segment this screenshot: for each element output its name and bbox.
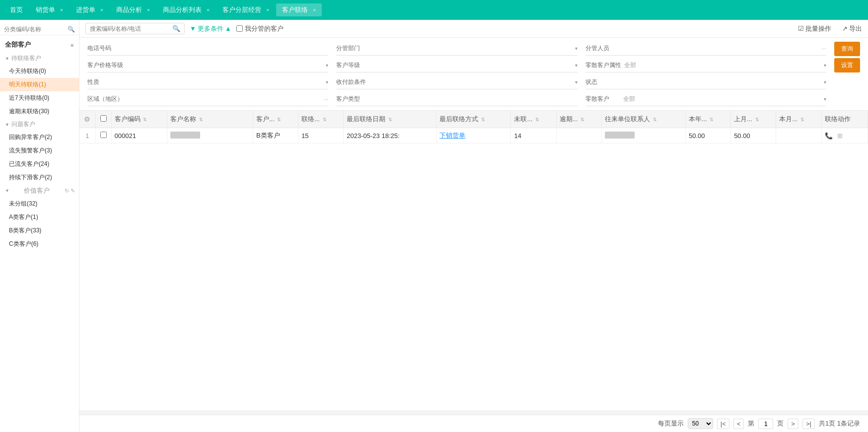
sidebar-churn-warning[interactable]: 流失预警客户(3) xyxy=(0,144,79,157)
th-action-label: 联络动作 xyxy=(825,115,851,123)
sort-this-month-icon[interactable]: ⇅ xyxy=(800,117,804,122)
dept-arrow-icon[interactable]: ▾ xyxy=(575,46,578,51)
filter-customer-type: 客户类型 xyxy=(336,92,577,106)
nav-product-analysis-list[interactable]: 商品分析列表 × xyxy=(157,3,216,16)
page-input[interactable] xyxy=(758,419,773,429)
sidebar-search-icon[interactable]: 🔍 xyxy=(68,26,75,33)
th-last-method: 最后联络方式 ⇅ xyxy=(436,111,511,128)
sidebar-class-c[interactable]: C类客户(6) xyxy=(0,237,79,251)
sort-method-icon[interactable]: ⇅ xyxy=(481,117,485,122)
close-customer-tier-icon[interactable]: × xyxy=(266,7,269,13)
nav-home[interactable]: 首页 xyxy=(4,3,29,16)
table-area: ⚙ 客户编码 ⇅ 客户名称 ⇅ xyxy=(79,111,868,411)
customer-level-arrow-icon[interactable]: ▾ xyxy=(575,63,578,68)
prev-page-btn[interactable]: < xyxy=(733,419,744,429)
td-this-year: 50.00 xyxy=(685,128,730,144)
sort-name-icon[interactable]: ⇅ xyxy=(199,117,203,122)
th-customer-type: 客户... ⇅ xyxy=(253,111,298,128)
next-page-btn[interactable]: > xyxy=(788,419,798,429)
th-contact-person-label: 往来单位联系人 xyxy=(605,115,650,123)
sidebar-declining[interactable]: 持续下滑客户(2) xyxy=(0,171,79,184)
nav-customer-tier[interactable]: 客户分层经营 × xyxy=(217,3,275,16)
value-group-icons[interactable]: ↻ ✎ xyxy=(65,188,75,194)
th-overdue-label: 逾期... xyxy=(560,115,578,123)
sort-overdue-icon[interactable]: ⇅ xyxy=(580,117,584,122)
main-search-input[interactable] xyxy=(90,25,170,32)
page-label: 第 xyxy=(748,419,754,428)
sidebar-overdue-contact[interactable]: 逾期未联络(30) xyxy=(0,105,79,118)
sort-contact-icon[interactable]: ⇅ xyxy=(323,117,327,122)
th-last-month: 上月... ⇅ xyxy=(731,111,776,128)
close-product-list-icon[interactable]: × xyxy=(207,7,210,13)
sort-code-icon[interactable]: ⇅ xyxy=(143,117,147,122)
set-button[interactable]: 设置 xyxy=(834,58,860,72)
sidebar-today-contact[interactable]: 今天待联络(0) xyxy=(0,65,79,78)
sidebar-search-input[interactable] xyxy=(4,26,68,33)
page-size-select[interactable]: 50 10 20 100 xyxy=(688,418,713,429)
action-more-icon[interactable]: ⊞ xyxy=(837,132,843,140)
sort-year-icon[interactable]: ⇅ xyxy=(710,117,714,122)
td-last-method: 下销货单 xyxy=(436,128,511,144)
sidebar-class-a[interactable]: A类客户(1) xyxy=(0,211,79,224)
nav-product-analysis[interactable]: 商品分析 × xyxy=(110,3,156,16)
retail-attr-arrow-icon[interactable]: ▾ xyxy=(824,63,826,68)
manager-more-icon[interactable]: ··· xyxy=(822,46,826,52)
sidebar-all-customers[interactable]: 全部客户 « xyxy=(0,37,79,52)
last-method-link[interactable]: 下销货单 xyxy=(439,132,465,139)
sidebar-tomorrow-contact[interactable]: 明天待联络(1) xyxy=(0,78,79,91)
sidebar-class-b[interactable]: B类客户(33) xyxy=(0,224,79,237)
sidebar-churned[interactable]: 已流失客户(24) xyxy=(0,157,79,171)
sort-person-icon[interactable]: ⇅ xyxy=(653,117,657,122)
td-code: 000021 xyxy=(111,128,167,144)
customer-name-blurred xyxy=(170,132,200,139)
retail-customer-arrow-icon[interactable]: ▾ xyxy=(824,96,826,102)
last-page-btn[interactable]: >| xyxy=(802,419,815,429)
first-page-btn[interactable]: |< xyxy=(717,419,729,429)
sidebar-week-contact[interactable]: 近7天待联络(0) xyxy=(0,91,79,105)
nav-sales[interactable]: 销货单 × xyxy=(30,3,69,16)
gear-icon[interactable]: ⚙ xyxy=(84,115,90,123)
filter-manager: 分管人员 ··· xyxy=(585,42,826,56)
filter-gender: 性质 ▾ xyxy=(87,75,328,89)
select-all-checkbox[interactable] xyxy=(100,115,107,122)
th-contact-person: 往来单位联系人 ⇅ xyxy=(601,111,685,128)
gender-arrow-icon[interactable]: ▾ xyxy=(326,79,328,85)
nav-purchase[interactable]: 进货单 × xyxy=(70,3,109,16)
close-sales-icon[interactable]: × xyxy=(60,7,63,13)
sort-no-contact-icon[interactable]: ⇅ xyxy=(535,117,539,122)
sort-date-icon[interactable]: ⇅ xyxy=(388,117,392,122)
sort-type-icon[interactable]: ⇅ xyxy=(277,117,281,122)
td-contact-count: 15 xyxy=(298,128,344,144)
close-product-analysis-icon[interactable]: × xyxy=(147,7,150,13)
th-no-contact: 未联... ⇅ xyxy=(511,111,556,128)
th-contact-count-label: 联络... xyxy=(301,115,320,123)
action-phone-icon[interactable]: 📞 xyxy=(825,132,833,140)
batch-op-btn[interactable]: ☑ 批量操作 xyxy=(798,24,831,33)
th-last-month-label: 上月... xyxy=(734,115,752,123)
export-btn[interactable]: ↗ 导出 xyxy=(842,24,862,33)
search-input-wrap: 🔍 xyxy=(85,23,185,34)
price-level-arrow-icon[interactable]: ▾ xyxy=(326,63,328,68)
contact-person-blurred xyxy=(605,132,635,139)
main-search-icon[interactable]: 🔍 xyxy=(172,25,180,32)
collapse-icon[interactable]: « xyxy=(71,41,74,49)
sort-last-month-icon[interactable]: ⇅ xyxy=(755,117,759,122)
my-customers-checkbox[interactable] xyxy=(236,25,243,32)
region-more-icon[interactable]: ··· xyxy=(324,96,328,102)
more-filter-btn[interactable]: ▼ 更多条件 ▲ xyxy=(190,24,231,33)
close-customer-contact-icon[interactable]: × xyxy=(313,7,316,13)
sidebar-ungrouped[interactable]: 未分组(32) xyxy=(0,197,79,211)
scrollbar-area xyxy=(79,411,868,415)
nav-customer-contact[interactable]: 客户联络 × xyxy=(276,3,322,16)
row-checkbox[interactable] xyxy=(100,132,107,138)
query-button[interactable]: 查询 xyxy=(834,42,860,56)
total-label: 共1页 1条记录 xyxy=(819,419,860,428)
status-arrow-icon[interactable]: ▾ xyxy=(824,79,826,85)
th-last-method-label: 最后联络方式 xyxy=(439,115,478,123)
th-this-month-label: 本月... xyxy=(779,115,797,123)
sidebar-repurchase-abnormal[interactable]: 回购异常客户(2) xyxy=(0,131,79,144)
close-purchase-icon[interactable]: × xyxy=(100,7,103,13)
table-row: 1 000021 B类客户 15 2023-05-23 18:25: 下销货单 xyxy=(79,128,868,144)
payment-arrow-icon[interactable]: ▾ xyxy=(575,79,578,85)
td-overdue xyxy=(556,128,601,144)
